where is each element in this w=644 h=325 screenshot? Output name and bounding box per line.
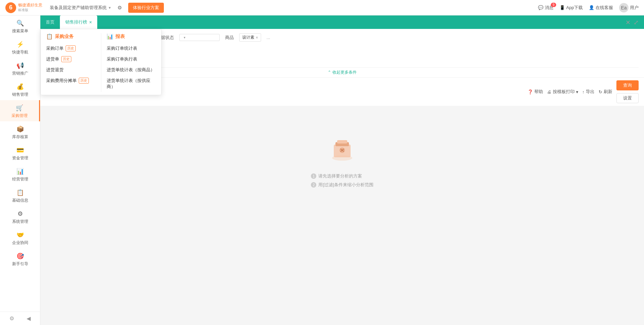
goods-dots[interactable]: ... [266,35,270,40]
sidebar-item-label: 搜索菜单 [12,28,28,34]
dropdown-item-goods-receipt[interactable]: 进货单 历史 [45,54,97,65]
top-bar-right: 💬 消息 9 📱 App下载 👤 在线客服 Ea 用户 [538,3,639,12]
sidebar-item-label: 营销推广 [12,71,28,76]
sidebar-settings-icon[interactable]: ⚙ [9,315,14,322]
sidebar-item-enterprise[interactable]: 🤝 企业协同 [0,227,40,248]
dropdown-item-label: 采购订单 [46,45,64,51]
empty-tips: 1 请先选择要分析的方案 2 用[过滤]条件来缩小分析范围 [311,172,373,189]
goods-label: 商品 [225,35,234,41]
marketing-icon: 📢 [16,62,24,69]
sidebar-collapse-icon[interactable]: ◀ [27,315,31,322]
app-download-button[interactable]: 📱 App下载 [560,5,583,11]
user-menu[interactable]: Ea 用户 [619,3,639,12]
sidebar-item-label: 库存核算 [12,134,28,140]
purchase-icon: 🛒 [16,104,23,112]
system-name: 装备及固定资产辅助管理系统 ▾ [50,5,111,11]
dropdown-item-label: 进货退货 [46,67,64,73]
sidebar-item-system[interactable]: ⚙ 系统管理 [0,206,40,227]
sales-icon: 💰 [16,83,24,90]
dropdown-item-purchase-expense[interactable]: 采购费用分摊单 历史 [45,75,97,86]
online-service-button[interactable]: 👤 在线客服 [589,5,613,11]
history-badge: 历史 [66,45,76,51]
industry-button[interactable]: 体验行业方案 [128,3,164,13]
sidebar-item-sales[interactable]: 💰 销售管理 [0,79,40,100]
svg-rect-3 [337,140,347,144]
tab-close-button[interactable]: ✕ [625,19,631,26]
sidebar-item-marketing[interactable]: 📢 营销推广 [0,58,40,79]
tab-bar: 首页 销售排行榜 × [40,15,644,29]
empty-tip-row-2: 2 用[过滤]条件来缩小分析范围 [311,180,373,189]
dropdown-item-label: 进货单统计表（按供应商） [107,78,156,90]
sidebar-item-label: 基础信息 [12,198,28,203]
history-badge: 历史 [79,78,89,84]
phone-icon: 📱 [560,5,565,10]
sidebar-item-purchase[interactable]: 🛒 采购管理 [0,100,40,121]
empty-tip-row-1: 1 请先选择要分析的方案 [311,172,373,180]
sidebar-item-basic-info[interactable]: 📋 基础信息 [0,185,40,206]
sidebar-bottom: ⚙ ◀ [0,312,40,325]
goods-tag-close[interactable]: × [256,35,258,40]
help-button[interactable]: ❓ 帮助 [528,89,543,95]
export-icon: ↑ [582,89,585,94]
empty-illustration [325,133,359,166]
sidebar-item-label: 资金管理 [12,155,28,161]
dropdown-cols: 📋 采购业务 采购订单 历史 进货单 历史 进货退货 采购费用分摊单 历史 📊 [41,33,161,92]
tab-expand-button[interactable]: ⤢ [634,19,639,26]
dropdown-item-goods-stats-by-supplier[interactable]: 进货单统计表（按供应商） [105,75,157,92]
enterprise-icon: 🤝 [16,231,24,239]
dropdown-item-label: 进货单 [46,56,59,62]
sidebar-item-guide[interactable]: 🎯 新手引导 [0,248,40,270]
dropdown-item-goods-return[interactable]: 进货退货 [45,65,97,75]
print-button[interactable]: 🖨 按模板打印 ▾ [547,89,578,95]
empty-state: 1 请先选择要分析的方案 2 用[过滤]条件来缩小分析范围 [40,106,644,216]
sidebar-item-label: 企业协同 [12,240,28,246]
sidebar-item-label: 采购管理 [11,113,28,119]
message-button[interactable]: 💬 消息 9 [538,5,553,11]
system-icon: ⚙ [17,210,23,217]
dropdown-item-goods-stats-by-goods[interactable]: 进货单统计表（按商品） [105,65,157,75]
chevron-down-icon: ▾ [184,36,185,39]
message-icon: 💬 [538,5,543,10]
refresh-button[interactable]: ↻ 刷新 [599,89,612,95]
basic-info-icon: 📋 [16,189,24,196]
headset-icon: 👤 [589,5,594,10]
dropdown-item-label: 进货单统计表（按商品） [107,67,155,73]
sidebar-item-search[interactable]: 🔍 搜索菜单 [0,15,40,37]
setting-button[interactable]: 设置 [616,93,639,103]
dropdown-item-purchase-order-exec[interactable]: 采购订单执行表 [105,54,157,65]
tab-sales-ranking[interactable]: 销售排行榜 × [60,15,97,29]
brand-info: 畅捷通好生意 标准版 [18,3,42,13]
logo-area: 6 畅捷通好生意 标准版 [5,2,46,13]
dropdown-col2-title: 📊 报表 [105,33,157,40]
sidebar-item-label: 经营管理 [12,176,28,182]
goods-tag: 设计素 × [239,33,261,42]
sidebar-item-inventory[interactable]: 📦 库存核算 [0,121,40,143]
sidebar-item-label: 快捷导航 [12,49,28,55]
sidebar-menu: 🔍 搜索菜单 ⚡ 快捷导航 📢 营销推广 💰 销售管理 🛒 采购管理 📦 库存核… [0,15,40,312]
gear-icon[interactable]: ⚙ [115,3,124,12]
message-badge: 9 [551,3,556,7]
logo-icon: 6 [5,2,16,13]
sidebar-item-label: 销售管理 [12,92,28,97]
tab-home[interactable]: 首页 [40,15,60,29]
dropdown-item-label: 采购订单执行表 [107,56,137,62]
sidebar-item-operations[interactable]: 📊 经营管理 [0,164,40,185]
tab-close-icon[interactable]: × [89,19,92,25]
guide-icon: 🎯 [16,252,24,260]
voucher-status-select[interactable]: ▾ [179,34,220,41]
dropdown-menu: 📋 采购业务 采购订单 历史 进货单 历史 进货退货 采购费用分摊单 历史 📊 [40,29,162,95]
sidebar-item-quick-nav[interactable]: ⚡ 快捷导航 [0,37,40,58]
tip-text-2: 用[过滤]条件来缩小分析范围 [318,180,373,189]
dropdown-item-purchase-order[interactable]: 采购订单 历史 [45,43,97,54]
sidebar-item-funds[interactable]: 💳 资金管理 [0,143,40,164]
export-button[interactable]: ↑ 导出 [582,89,595,95]
refresh-icon: ↻ [599,89,602,94]
print-icon: 🖨 [547,89,551,94]
tip-num-1: 1 [311,173,316,179]
query-button[interactable]: 查询 [616,80,639,90]
dropdown-item-purchase-order-stats[interactable]: 采购订单统计表 [105,43,157,54]
tip-text-1: 请先选择要分析的方案 [318,172,362,180]
chevron-down-icon[interactable]: ▾ [109,5,111,10]
avatar: Ea [619,3,629,12]
dropdown-item-label: 采购订单统计表 [107,45,137,51]
